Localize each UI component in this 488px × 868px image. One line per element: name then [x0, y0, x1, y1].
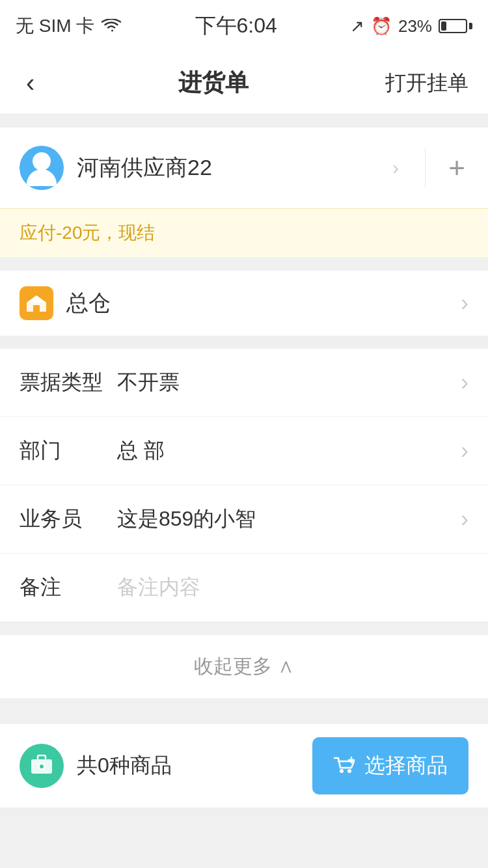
warehouse-row[interactable]: 总仓	[0, 270, 488, 336]
invoice-type-value: 不开票	[117, 368, 461, 397]
department-chevron-icon	[461, 437, 468, 465]
notice-bar: 应付-20元，现结	[0, 208, 488, 257]
supplier-section: 河南供应商22 › + 应付-20元，现结	[0, 128, 488, 257]
warehouse-icon	[20, 286, 53, 320]
warehouse-name: 总仓	[66, 288, 461, 318]
invoice-type-label: 票据类型	[20, 368, 104, 397]
salesperson-label: 业务员	[20, 505, 104, 534]
location-icon: ↗	[350, 16, 364, 36]
separator-top	[0, 115, 488, 128]
supplier-name: 河南供应商22	[77, 153, 212, 183]
product-count-label: 共0种商品	[77, 752, 312, 780]
warehouse-chevron-icon	[461, 290, 468, 317]
product-icon	[20, 744, 64, 788]
notice-text: 应付-20元，现结	[20, 223, 155, 243]
warehouse-section: 总仓	[0, 270, 488, 336]
remark-input[interactable]: 备注内容	[117, 573, 468, 602]
department-label: 部门	[20, 437, 104, 465]
carrier-label: 无 SIM 卡	[16, 14, 94, 38]
svg-point-2	[39, 764, 44, 769]
svg-point-4	[347, 769, 351, 773]
status-right: ↗ ⏰ 23%	[350, 16, 472, 36]
empty-area	[0, 807, 488, 868]
supplier-chevron-icon: ›	[392, 157, 399, 179]
form-section: 票据类型 不开票 部门 总 部 业务员 这是859的小智 备注 备注内容	[0, 349, 488, 621]
remark-row[interactable]: 备注 备注内容	[0, 554, 488, 621]
add-supplier-button[interactable]: +	[426, 139, 488, 197]
nav-bar: ‹ 进货单 打开挂单	[0, 52, 488, 115]
separator-2	[0, 698, 488, 711]
wifi-icon	[101, 19, 122, 33]
status-time: 下午6:04	[195, 12, 277, 40]
select-cart-icon	[333, 756, 357, 776]
invoice-type-row[interactable]: 票据类型 不开票	[0, 349, 488, 417]
avatar-person-icon	[20, 146, 64, 190]
remark-label: 备注	[20, 573, 104, 602]
battery-percentage: 23%	[398, 16, 432, 36]
department-row[interactable]: 部门 总 部	[0, 417, 488, 485]
invoice-type-chevron-icon	[461, 369, 468, 396]
salesperson-chevron-icon	[461, 506, 468, 533]
select-product-button[interactable]: 选择商品	[312, 737, 468, 794]
collapse-row[interactable]: 收起更多 ∧	[0, 634, 488, 698]
page-title: 进货单	[178, 67, 249, 99]
bottom-bar: 共0种商品 选择商品	[0, 724, 488, 807]
supplier-row[interactable]: 河南供应商22 › +	[0, 128, 488, 208]
back-button[interactable]: ‹	[20, 62, 41, 104]
salesperson-value: 这是859的小智	[117, 505, 461, 534]
battery-indicator	[439, 19, 472, 33]
collapse-label: 收起更多 ∧	[194, 653, 293, 680]
supplier-main[interactable]: 河南供应商22 ›	[0, 128, 425, 208]
svg-rect-0	[33, 305, 40, 312]
select-product-label: 选择商品	[364, 752, 448, 780]
salesperson-row[interactable]: 业务员 这是859的小智	[0, 485, 488, 554]
open-pending-button[interactable]: 打开挂单	[385, 69, 468, 98]
alarm-icon: ⏰	[371, 16, 392, 36]
status-bar: 无 SIM 卡 下午6:04 ↗ ⏰ 23%	[0, 0, 488, 52]
status-left: 无 SIM 卡	[16, 14, 122, 38]
separator-1	[0, 257, 488, 270]
department-value: 总 部	[117, 437, 461, 465]
svg-point-3	[340, 769, 344, 773]
avatar	[20, 146, 64, 190]
